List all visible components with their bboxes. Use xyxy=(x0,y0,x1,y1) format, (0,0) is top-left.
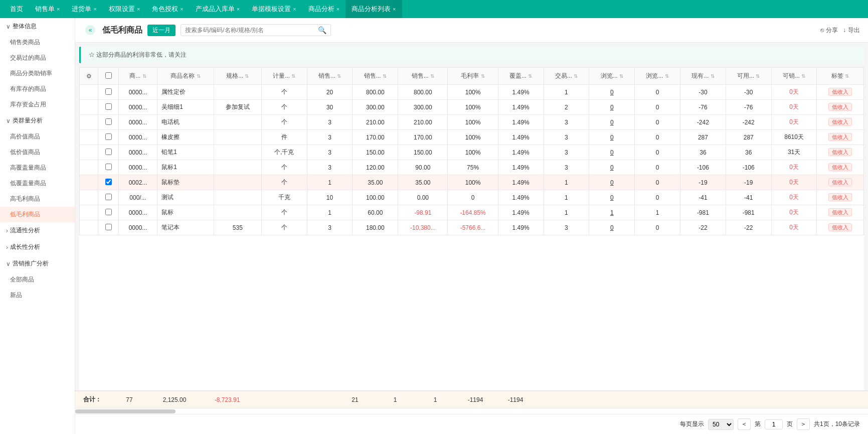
cell-name[interactable]: 鼠标垫 xyxy=(157,175,214,190)
sidebar-section-overview[interactable]: ∨ 整体信息 xyxy=(0,18,75,35)
nav-item-permissions[interactable]: 权限设置 × xyxy=(103,0,146,18)
cell-name[interactable]: 吴细细1 xyxy=(157,100,214,115)
cell-checkbox[interactable] xyxy=(98,130,118,145)
cell-tag[interactable]: 低收入 xyxy=(817,175,864,190)
cell-tag[interactable]: 低收入 xyxy=(817,145,864,160)
cell-browse1[interactable]: 0 xyxy=(589,190,635,205)
row-checkbox-9[interactable] xyxy=(105,224,112,230)
sidebar-item-traded-products[interactable]: 交易过的商品 xyxy=(0,50,75,66)
share-button[interactable]: ⎋ 分享 xyxy=(820,26,838,35)
sidebar-section-marketing[interactable]: ∨ 营销推广分析 xyxy=(0,255,75,272)
cell-checkbox[interactable] xyxy=(98,175,118,190)
col-sales-qty[interactable]: 销售... ⇅ xyxy=(307,68,353,85)
close-product-entry-icon[interactable]: × xyxy=(237,6,240,12)
row-checkbox-5[interactable] xyxy=(105,164,112,170)
sidebar-item-low-margin[interactable]: 低毛利商品 xyxy=(0,207,75,222)
sidebar-item-stock-capital[interactable]: 库存资金占用 xyxy=(0,97,75,112)
cell-checkbox[interactable] xyxy=(98,145,118,160)
col-tag[interactable]: 标签 ⇅ xyxy=(817,68,864,85)
col-name[interactable]: 商品名称 ⇅ xyxy=(157,68,214,85)
export-button[interactable]: ↓ 导出 xyxy=(843,26,860,35)
cell-checkbox[interactable] xyxy=(98,220,118,235)
sidebar-item-high-value[interactable]: 高价值商品 xyxy=(0,129,75,144)
cell-browse1[interactable]: 0 xyxy=(589,175,635,190)
cell-browse1[interactable]: 0 xyxy=(589,145,635,160)
date-filter-button[interactable]: 近一月 xyxy=(147,25,176,36)
sidebar-item-sales-products[interactable]: 销售类商品 xyxy=(0,35,75,50)
sidebar-item-all-products[interactable]: 全部商品 xyxy=(0,272,75,287)
prev-page-button[interactable]: ＜ xyxy=(738,418,751,430)
col-current[interactable]: 现有... ⇅ xyxy=(680,68,726,85)
cell-tag[interactable]: 低收入 xyxy=(817,85,864,100)
cell-name[interactable]: 笔记本 xyxy=(157,220,214,235)
table-container[interactable]: ⚙ 商... ⇅ 商品名称 ⇅ 规格... ⇅ 计量... ⇅ 销售... ⇅ … xyxy=(79,67,864,390)
sidebar-item-high-coverage[interactable]: 高覆盖量商品 xyxy=(0,160,75,176)
sidebar-collapse-button[interactable]: « xyxy=(85,25,95,35)
col-browse2[interactable]: 浏览... ⇅ xyxy=(635,68,680,85)
sidebar-item-low-coverage[interactable]: 低覆盖量商品 xyxy=(0,176,75,191)
cell-name[interactable]: 铅笔1 xyxy=(157,145,214,160)
row-checkbox-0[interactable] xyxy=(105,88,112,95)
horizontal-scrollbar[interactable] xyxy=(75,408,868,414)
cell-checkbox[interactable] xyxy=(98,160,118,175)
cell-browse1[interactable]: 0 xyxy=(589,100,635,115)
nav-item-template[interactable]: 单据模板设置 × xyxy=(246,0,302,18)
col-unit[interactable]: 计量... ⇅ xyxy=(261,68,307,85)
sidebar-item-category-sales-rate[interactable]: 商品分类助销率 xyxy=(0,66,75,81)
cell-name[interactable]: 鼠标 xyxy=(157,205,214,220)
close-permissions-icon[interactable]: × xyxy=(137,6,140,12)
cell-tag[interactable]: 低收入 xyxy=(817,160,864,175)
cell-checkbox[interactable] xyxy=(98,190,118,205)
next-page-button[interactable]: ＞ xyxy=(797,418,810,430)
cell-browse1[interactable]: 0 xyxy=(589,85,635,100)
cell-checkbox[interactable] xyxy=(98,85,118,100)
cell-tag[interactable]: 低收入 xyxy=(817,100,864,115)
row-checkbox-7[interactable] xyxy=(105,194,112,200)
col-browse1[interactable]: 浏览... ⇅ xyxy=(589,68,635,85)
col-sellable[interactable]: 可销... ⇅ xyxy=(771,68,817,85)
col-coverage[interactable]: 覆盖... ⇅ xyxy=(498,68,544,85)
cell-tag[interactable]: 低收入 xyxy=(817,205,864,220)
cell-browse1[interactable]: 0 xyxy=(589,160,635,175)
nav-item-analysis-list[interactable]: 商品分析列表 × xyxy=(345,0,402,18)
cell-name[interactable]: 电话机 xyxy=(157,115,214,130)
col-gross-margin[interactable]: 毛利率 ⇅ xyxy=(448,68,498,85)
close-role-icon[interactable]: × xyxy=(180,6,183,12)
close-purchase-icon[interactable]: × xyxy=(93,6,96,12)
row-checkbox-6[interactable] xyxy=(105,179,112,185)
sidebar-item-new-products[interactable]: 新品 xyxy=(0,287,75,303)
row-checkbox-2[interactable] xyxy=(105,118,112,125)
col-available[interactable]: 可用... ⇅ xyxy=(726,68,771,85)
cell-browse1[interactable]: 0 xyxy=(589,130,635,145)
cell-tag[interactable]: 低收入 xyxy=(817,220,864,235)
row-checkbox-1[interactable] xyxy=(105,103,112,110)
nav-item-role[interactable]: 角色授权 × xyxy=(146,0,189,18)
search-input[interactable] xyxy=(185,27,318,34)
col-settings[interactable]: ⚙ xyxy=(80,68,98,85)
row-checkbox-8[interactable] xyxy=(105,209,112,215)
search-icon[interactable]: 🔍 xyxy=(318,26,326,34)
page-number-input[interactable] xyxy=(765,419,783,429)
cell-tag[interactable]: 低收入 xyxy=(817,115,864,130)
col-sales-profit[interactable]: 销售... ⇅ xyxy=(398,68,448,85)
scrollbar-thumb[interactable] xyxy=(75,409,176,413)
cell-tag[interactable]: 低收入 xyxy=(817,130,864,145)
close-template-icon[interactable]: × xyxy=(293,6,296,12)
cell-name[interactable]: 测试 xyxy=(157,190,214,205)
nav-item-purchase[interactable]: 进货单 × xyxy=(66,0,102,18)
cell-checkbox[interactable] xyxy=(98,100,118,115)
col-code[interactable]: 商... ⇅ xyxy=(118,68,157,85)
cell-tag[interactable]: 低收入 xyxy=(817,190,864,205)
row-checkbox-3[interactable] xyxy=(105,133,112,140)
col-transaction[interactable]: 交易... ⇅ xyxy=(544,68,589,85)
sidebar-item-high-margin[interactable]: 高毛利商品 xyxy=(0,191,75,207)
cell-checkbox[interactable] xyxy=(98,205,118,220)
cell-checkbox[interactable] xyxy=(98,115,118,130)
per-page-select[interactable]: 50 100 200 xyxy=(708,419,734,430)
cell-browse1[interactable]: 1 xyxy=(589,205,635,220)
select-all-checkbox[interactable] xyxy=(105,72,112,79)
nav-item-product-entry[interactable]: 产成品入库单 × xyxy=(190,0,246,18)
sidebar-section-growth[interactable]: › 成长性分析 xyxy=(0,239,75,255)
sidebar-section-cluster[interactable]: ∨ 类群量分析 xyxy=(0,112,75,129)
nav-item-sales[interactable]: 销售单 × xyxy=(29,0,66,18)
